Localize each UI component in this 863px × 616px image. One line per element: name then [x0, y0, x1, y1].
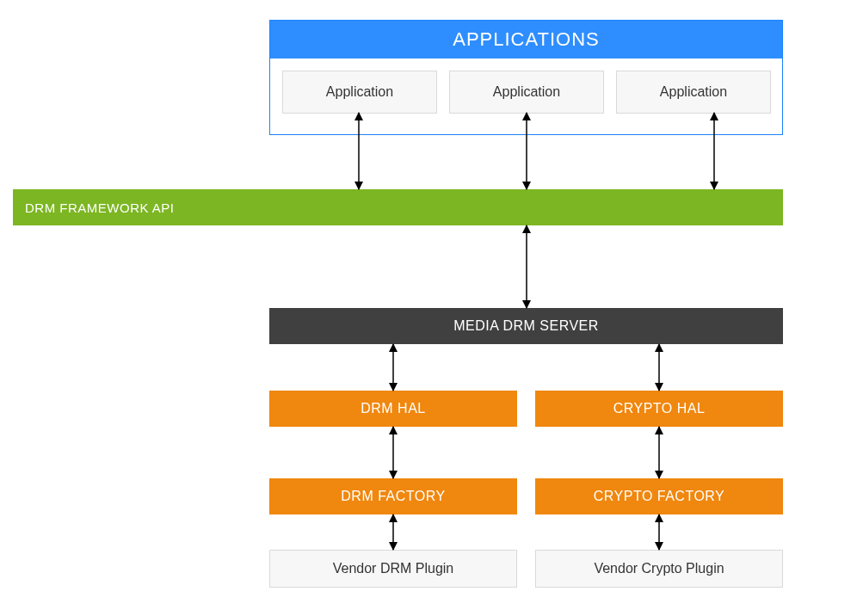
application-box-3: Application — [616, 71, 771, 114]
media-drm-server-bar: MEDIA DRM SERVER — [269, 308, 783, 344]
vendor-drm-plugin-box: Vendor DRM Plugin — [269, 550, 517, 588]
applications-header: APPLICATIONS — [270, 21, 782, 59]
application-box-1: Application — [282, 71, 437, 114]
applications-group: APPLICATIONS Application Application App… — [269, 20, 783, 135]
crypto-factory-box: CRYPTO FACTORY — [535, 478, 783, 514]
hal-row: DRM HAL CRYPTO HAL — [269, 391, 783, 427]
crypto-hal-box: CRYPTO HAL — [535, 391, 783, 427]
drm-factory-box: DRM FACTORY — [269, 478, 517, 514]
applications-row: Application Application Application — [270, 59, 782, 126]
plugin-row: Vendor DRM Plugin Vendor Crypto Plugin — [269, 550, 783, 588]
application-box-2: Application — [449, 71, 604, 114]
vendor-crypto-plugin-box: Vendor Crypto Plugin — [535, 550, 783, 588]
diagram-canvas: APPLICATIONS Application Application App… — [0, 0, 863, 616]
drm-hal-box: DRM HAL — [269, 391, 517, 427]
factory-row: DRM FACTORY CRYPTO FACTORY — [269, 478, 783, 514]
drm-framework-api-bar: DRM FRAMEWORK API — [13, 189, 783, 225]
